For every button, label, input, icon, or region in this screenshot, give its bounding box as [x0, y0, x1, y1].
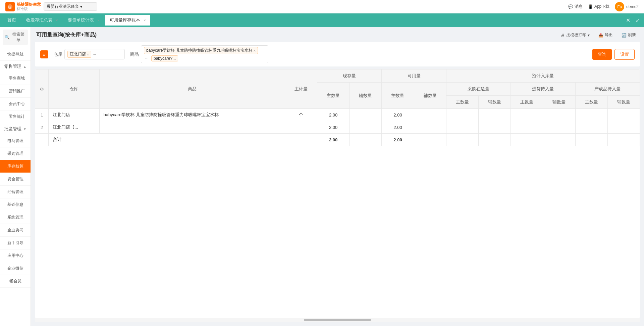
product-tag-1-remove[interactable]: ×: [254, 49, 256, 53]
message-icon: 💬: [568, 4, 573, 9]
tab-orders[interactable]: 要货单统计表 ×: [63, 15, 104, 26]
sidebar-item-finance[interactable]: 资金管理: [0, 173, 31, 186]
sidebar-item-newbie[interactable]: 新手引导: [0, 237, 31, 249]
svg-text:畅: 畅: [8, 5, 11, 9]
refresh-action[interactable]: 🔄 刷新: [619, 31, 639, 39]
settings-button[interactable]: 设置: [614, 49, 635, 60]
row-purchase-aux: [478, 121, 511, 134]
sidebar: 🔍 搜索菜单 快捷导航 零售管理 零售商城 营销推广 会员中心 零售统计: [0, 27, 31, 326]
wechat-label: 企业微信: [7, 266, 23, 271]
th-production-main: 主数量: [575, 96, 607, 109]
sidebar-item-marketing[interactable]: 营销推广: [0, 85, 31, 98]
footer-incoming-aux: [543, 134, 575, 146]
company-selector[interactable]: 母婴行业演示账套 ▾: [44, 2, 97, 11]
user-profile[interactable]: Ea demo2: [615, 2, 639, 11]
footer-current-aux: [350, 134, 382, 146]
sidebar-item-member[interactable]: 会员中心: [0, 98, 31, 110]
sidebar-item-ecommerce[interactable]: 电商管理: [0, 135, 31, 147]
th-purchase-aux: 辅数量: [478, 96, 511, 109]
row-warehouse: 江北门店【...: [49, 121, 100, 134]
column-settings-icon[interactable]: ⚙: [40, 87, 44, 92]
row-index: 1: [35, 109, 49, 121]
refresh-label: 刷新: [628, 32, 636, 38]
tab-available[interactable]: 可用量库存账本 ×: [105, 15, 150, 26]
footer-available-aux: [414, 134, 446, 146]
refresh-icon: 🔄: [622, 33, 627, 38]
filter-expand-button[interactable]: »: [40, 50, 48, 58]
content-wrapper: » 仓库 江北门店 × ··· 商品: [31, 42, 644, 326]
tab-expand-icon[interactable]: ⤢: [634, 16, 641, 25]
retail-stats-label: 零售统计: [9, 114, 25, 120]
th-production-aux: 辅数量: [607, 96, 640, 109]
logo-text: 畅捷通好生意: [17, 2, 41, 7]
sidebar-item-retail-shop[interactable]: 零售商城: [0, 72, 31, 85]
sidebar-item-member2[interactable]: 畅会员: [0, 275, 31, 288]
print-action[interactable]: 🖨 按模板打印 ▾: [558, 31, 592, 39]
sidebar-item-quick-nav[interactable]: 快捷导航: [0, 48, 31, 61]
tab-available-close[interactable]: ×: [144, 18, 146, 22]
footer-available-main: 2.00: [382, 134, 414, 146]
sidebar-search-area: 🔍 搜索菜单: [0, 27, 31, 48]
main-layout: 🔍 搜索菜单 快捷导航 零售管理 零售商城 营销推广 会员中心 零售统计: [0, 27, 644, 326]
member2-label: 畅会员: [9, 278, 21, 284]
sidebar-item-system[interactable]: 系统管理: [0, 211, 31, 224]
sidebar-item-retail[interactable]: 零售管理: [0, 61, 31, 72]
chevron-down-icon: ▾: [80, 4, 82, 9]
avatar-initials: Ea: [618, 5, 622, 9]
sidebar-item-basics[interactable]: 基础信息: [0, 198, 31, 211]
footer-empty-1: [35, 134, 49, 146]
row-production-main: [575, 109, 607, 121]
tab-orders-close[interactable]: ×: [97, 18, 99, 22]
username: demo2: [626, 4, 639, 9]
top-bar: 畅 畅捷通好生意 标准版 母婴行业演示账套 ▾ 💬 消息 📱 App下载 Ea …: [0, 0, 644, 13]
sidebar-item-appstore[interactable]: 应用中心: [0, 249, 31, 262]
sidebar-item-retail-stats[interactable]: 零售统计: [0, 110, 31, 123]
row-incoming-aux: [543, 109, 575, 121]
page-header: 可用量查询(按仓库+商品) 🖨 按模板打印 ▾ 📤 导出 🔄 刷新: [31, 27, 644, 42]
tab-receipts-close[interactable]: ×: [56, 18, 58, 22]
sidebar-item-purchase[interactable]: 采购管理: [0, 147, 31, 160]
row-current-main: 2.00: [317, 121, 350, 134]
row-available-main: 2.00: [382, 121, 414, 134]
retail-label: 零售管理: [4, 63, 21, 69]
query-button[interactable]: 查询: [592, 49, 612, 60]
th-current-main: 主数量: [317, 83, 350, 109]
row-purchase-aux: [478, 109, 511, 121]
warehouse-filter-input[interactable]: 江北门店 × ···: [64, 49, 125, 59]
logo-area: 畅 畅捷通好生意 标准版: [5, 2, 41, 11]
warehouse-tag-1-text: 江北门店: [70, 51, 86, 57]
app-download-icon: 📱: [588, 4, 593, 9]
product-tag-2: babycare?...: [151, 55, 178, 61]
th-current-aux: 辅数量: [350, 83, 382, 109]
row-current-aux: [350, 109, 382, 121]
search-menu-button[interactable]: 🔍 搜索菜单: [3, 30, 28, 45]
scrollbar-thumb[interactable]: [304, 319, 371, 321]
product-tag-2-text: babycare?...: [154, 56, 176, 61]
tab-close-icon[interactable]: ✕: [625, 16, 632, 25]
footer-purchase-main: [446, 134, 478, 146]
tab-home-label: 首页: [7, 17, 16, 23]
tab-receipts[interactable]: 收发存汇总表 ×: [21, 15, 62, 26]
product-filter-input[interactable]: babycare学饮杯 儿童防摔防撞吸管杯重力球吸嘴杯宝宝水杯 × ··· ba…: [141, 45, 268, 63]
th-available-group: 可用量: [382, 69, 446, 83]
app-download-action[interactable]: 📱 App下载: [588, 4, 609, 9]
tab-home[interactable]: 首页: [3, 15, 21, 26]
warehouse-filter-label: 仓库: [54, 51, 62, 57]
sidebar-item-inventory[interactable]: 库存核算: [0, 160, 31, 173]
appstore-label: 应用中心: [7, 253, 23, 259]
top-bar-right: 💬 消息 📱 App下载 Ea demo2: [568, 2, 639, 11]
row-current-main: 2.00: [317, 109, 350, 121]
warehouse-tag-1-remove[interactable]: ×: [87, 52, 89, 56]
sidebar-item-operations[interactable]: 经营管理: [0, 186, 31, 198]
sidebar-item-enterprise[interactable]: 企业协同: [0, 224, 31, 237]
sidebar-item-wechat[interactable]: 企业微信: [0, 262, 31, 275]
export-label: 导出: [605, 32, 613, 38]
th-settings: ⚙: [35, 69, 49, 109]
th-warehouse: 仓库: [49, 69, 100, 109]
message-action[interactable]: 💬 消息: [568, 4, 583, 9]
th-purchase-group: 采购在途量: [446, 83, 511, 96]
export-action[interactable]: 📤 导出: [596, 31, 615, 39]
horizontal-scrollbar[interactable]: [35, 318, 640, 322]
sidebar-item-wholesale[interactable]: 批发管理: [0, 123, 31, 135]
avatar: Ea: [615, 2, 624, 11]
